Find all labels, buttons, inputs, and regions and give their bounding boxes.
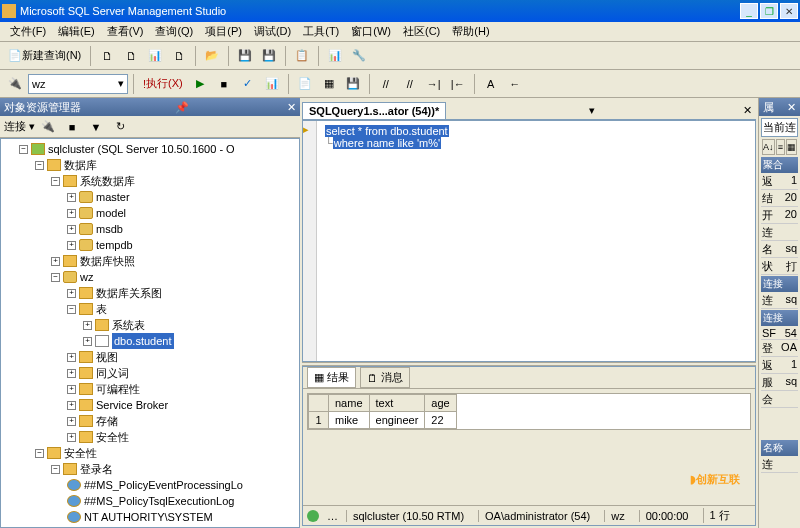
login-item[interactable]: ##MS_PolicyTsqlExecutionLog [67,493,297,509]
db-tempdb[interactable]: +tempdb [67,237,297,253]
menu-file[interactable]: 文件(F) [4,22,52,41]
change-connection-button[interactable]: 🔌 [4,73,26,95]
toolbar-btn-x[interactable]: 🔧 [348,45,370,67]
stop-button[interactable]: ■ [213,73,235,95]
object-explorer-toolbar: 连接 ▾ 🔌 ■ ▼ ↻ [0,116,300,138]
menu-edit[interactable]: 编辑(E) [52,22,101,41]
oe-btn-1[interactable]: 🔌 [37,116,59,138]
panel-close-icon[interactable]: ✕ [287,101,296,114]
db-snapshots-node[interactable]: +数据库快照 [51,253,297,269]
tab-close-icon[interactable]: ✕ [739,102,756,119]
toolbar-separator [90,46,91,66]
synonyms-node[interactable]: +同义词 [67,365,297,381]
db-master[interactable]: +master [67,189,297,205]
toolbar-btn-plan[interactable]: 📊 [261,73,283,95]
debug-button[interactable]: ▶ [189,73,211,95]
col-header-text[interactable]: text [369,395,425,412]
minimize-button[interactable]: _ [740,3,758,19]
status-rows: 1 行 [703,508,736,523]
connect-dropdown[interactable]: 连接 ▾ [4,119,35,134]
editor-gutter: ▸ [303,121,317,361]
col-header-rownum[interactable] [309,395,329,412]
sql-editor[interactable]: ▸ select * from dbo.student └where name … [302,120,756,362]
database-selector[interactable]: wz ▾ [28,74,128,94]
db-wz[interactable]: −wz [51,269,297,285]
prop-sort-cat-button[interactable]: ≡ [776,139,785,155]
oe-btn-2[interactable]: ■ [61,116,83,138]
restore-button[interactable]: ❐ [760,3,778,19]
databases-node[interactable]: −数据库 [35,157,297,173]
menu-tools[interactable]: 工具(T) [297,22,345,41]
editor-tab[interactable]: SQLQuery1.s...ator (54))* [302,102,446,119]
menu-help[interactable]: 帮助(H) [446,22,495,41]
menu-debug[interactable]: 调试(D) [248,22,297,41]
toolbar-btn-4[interactable]: 🗋 [168,45,190,67]
close-button[interactable]: ✕ [780,3,798,19]
toolbar-btn-1[interactable]: 🗋 [96,45,118,67]
table-dbo-student[interactable]: +dbo.student [83,333,297,349]
col-header-age[interactable]: age [425,395,456,412]
menu-community[interactable]: 社区(C) [397,22,446,41]
messages-tab[interactable]: 🗒消息 [360,367,410,388]
object-explorer-tree[interactable]: −sqlcluster (SQL Server 10.50.1600 - O −… [0,138,300,528]
toolbar-btn-nav[interactable]: 📋 [291,45,313,67]
status-server: sqlcluster (10.50 RTM) [346,510,470,522]
menu-window[interactable]: 窗口(W) [345,22,397,41]
uncomment-button[interactable]: // [399,73,421,95]
oe-btn-refresh[interactable]: ↻ [109,116,131,138]
results-tab[interactable]: ▦结果 [307,367,356,388]
execute-button[interactable]: ! 执行(X) [139,73,187,95]
status-db: wz [604,510,630,522]
tab-dropdown-icon[interactable]: ▾ [585,102,599,119]
login-item[interactable]: NT AUTHORITY\SYSTEM [67,509,297,525]
login-item[interactable]: ##MS_PolicyEventProcessingLo [67,477,297,493]
system-databases-node[interactable]: −系统数据库 [51,173,297,189]
panel-pin-icon[interactable]: 📌 [175,101,189,114]
toolbar-fx-b[interactable]: ← [504,73,526,95]
tables-node[interactable]: −表 [67,301,297,317]
comment-button[interactable]: // [375,73,397,95]
open-button[interactable]: 📂 [201,45,223,67]
db-security-node[interactable]: +安全性 [67,429,297,445]
prop-sort-az-button[interactable]: A↓ [762,139,775,155]
col-header-name[interactable]: name [329,395,370,412]
result-row[interactable]: 1 mike engineer 22 [309,412,457,429]
object-explorer-header: 对象资源管理器 📌 ✕ [0,98,300,116]
parse-button[interactable]: ✓ [237,73,259,95]
service-broker-node[interactable]: +Service Broker [67,397,297,413]
prop-close-icon[interactable]: ✕ [787,101,796,114]
status-success-icon [307,510,319,522]
save-all-button[interactable]: 💾 [258,45,280,67]
menu-query[interactable]: 查询(Q) [149,22,199,41]
db-model[interactable]: +model [67,205,297,221]
logins-node[interactable]: −登录名 [51,461,297,477]
menu-project[interactable]: 项目(P) [199,22,248,41]
cell-age: 22 [425,412,456,429]
toolbar-btn-3[interactable]: 📊 [144,45,166,67]
views-node[interactable]: +视图 [67,349,297,365]
results-text-button[interactable]: 📄 [294,73,316,95]
activity-icon[interactable]: 📊 [324,45,346,67]
db-diagrams-node[interactable]: +数据库关系图 [67,285,297,301]
cell-name: mike [329,412,370,429]
save-button[interactable]: 💾 [234,45,256,67]
system-tables-node[interactable]: +系统表 [83,317,297,333]
oe-btn-3[interactable]: ▼ [85,116,107,138]
results-grid-button[interactable]: ▦ [318,73,340,95]
results-grid[interactable]: name text age 1 mike engineer 22 [307,393,751,430]
programmability-node[interactable]: +可编程性 [67,381,297,397]
toolbar-fx-a[interactable]: A [480,73,502,95]
server-node[interactable]: −sqlcluster (SQL Server 10.50.1600 - O [19,141,297,157]
db-msdb[interactable]: +msdb [67,221,297,237]
toolbar-btn-2[interactable]: 🗋 [120,45,142,67]
new-query-button[interactable]: 📄 新建查询(N) [4,45,85,67]
security-node[interactable]: −安全性 [35,445,297,461]
results-file-button[interactable]: 💾 [342,73,364,95]
unindent-button[interactable]: |← [447,73,469,95]
properties-combo[interactable]: 当前连 [761,118,798,137]
toolbar-separator [474,74,475,94]
prop-pages-button[interactable]: ▦ [786,139,797,155]
menu-view[interactable]: 查看(V) [101,22,150,41]
indent-button[interactable]: →| [423,73,445,95]
storage-node[interactable]: +存储 [67,413,297,429]
